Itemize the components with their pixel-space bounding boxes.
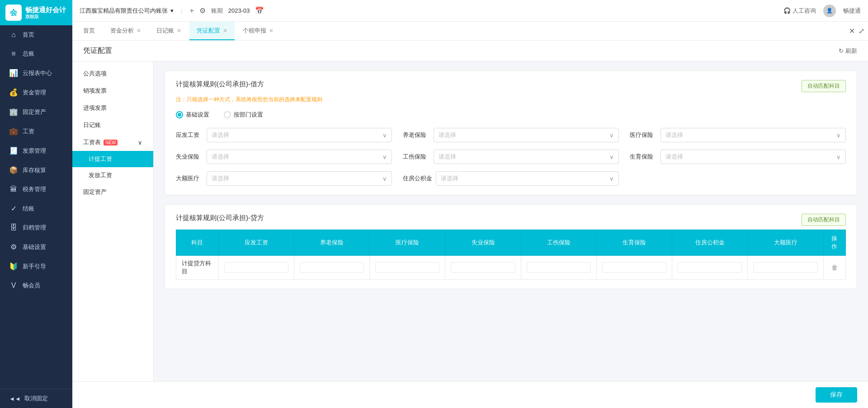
sidebar-item-guide[interactable]: 🔰 新手引导 [0,257,72,276]
sidebar-item-salary[interactable]: 💼 工资 [0,122,72,141]
label-injury: 工伤保险 [403,153,430,161]
credit-section: 计提核算规则(公司承担)-贷方 自动匹配科目 科目 应发工资 养老保险 医疗保险… [165,204,857,289]
field-unemployment: 失业保险 请选择 ∨ [176,150,392,164]
tab-bar: 首页 资金分析 ✕ 日记账 ✕ 凭证配置 ✕ 个税申报 ✕ ✕ ⤢ [72,22,868,41]
subnav-fixed-assets[interactable]: 固定资产 [72,183,153,201]
save-button[interactable]: 保存 [816,387,857,403]
tab-tax-report[interactable]: 个税申报 ✕ [236,22,281,40]
period-value: 2023-03 [228,7,250,14]
guide-icon: 🔰 [9,262,18,271]
select-maternity[interactable]: 请选择 ∨ [660,150,846,164]
delete-row-button[interactable]: 🗑 [831,264,838,271]
th-housing: 住房公积金 [672,230,748,256]
credit-housing-input[interactable] [678,262,742,273]
select-housing-fund[interactable]: 请选择 ∨ [436,171,619,186]
subnav-public[interactable]: 公共选项 [72,65,153,82]
th-subject: 科目 [176,230,219,256]
tab-fund[interactable]: 资金分析 ✕ [103,22,148,40]
select-large-medical[interactable]: 请选择 ∨ [207,171,392,186]
credit-large-medical-input[interactable] [753,262,817,273]
subnav-salary-pay[interactable]: 发放工资 [72,167,153,183]
select-unemployment[interactable]: 请选择 ∨ [207,150,392,164]
radio-group: 基础设置 按部门设置 [176,111,846,119]
select-salary[interactable]: 请选择 ∨ [207,128,392,142]
chevron-down-icon: ∨ [609,175,614,182]
tab-journal[interactable]: 日记账 ✕ [149,22,189,40]
table-row: 计提贷方科目 🗑 [176,256,846,280]
sidebar-item-ledger[interactable]: ≡ 总账 [0,44,72,63]
credit-section-header: 计提核算规则(公司承担)-贷方 自动匹配科目 [176,214,846,226]
td-large-medical-input [748,256,823,280]
page-title: 凭证配置 [83,46,112,56]
sidebar-item-archive[interactable]: 🗄 归档管理 [0,218,72,237]
subnav-journal[interactable]: 日记账 [72,117,153,134]
radio-basic[interactable]: 基础设置 [176,111,209,119]
logo-icon: 会 [5,5,22,21]
chevron-down-icon: ∨ [382,154,387,160]
credit-unemployment-input[interactable] [451,262,515,273]
subnav-salary-table-group[interactable]: 工资表 NEW ∨ [72,134,153,151]
subnav-salary-accrual[interactable]: 计提工资 [72,151,153,167]
sidebar-item-assets[interactable]: 🏢 固定资产 [0,102,72,122]
add-company-icon[interactable]: + [189,7,193,15]
tab-journal-label: 日记账 [156,27,174,35]
sidebar-item-invoice[interactable]: 🧾 发票管理 [0,141,72,160]
sidebar-item-inventory[interactable]: 📦 库存核算 [0,160,72,180]
tab-voucher-config[interactable]: 凭证配置 ✕ [189,22,235,40]
td-subject-label: 计提贷方科目 [176,256,219,280]
tab-tax-report-close[interactable]: ✕ [269,28,274,34]
radio-basic-circle [176,111,183,118]
debit-auto-match-button[interactable]: 自动匹配科目 [802,80,846,92]
company-selector[interactable]: 江西服宝精品有限责任公司内账张 ▾ [80,7,174,15]
credit-salary-input[interactable] [224,262,288,273]
credit-medical-input[interactable] [375,262,439,273]
field-maternity: 生育保险 请选择 ∨ [630,150,846,164]
sidebar-item-funds[interactable]: 💰 资金管理 [0,83,72,102]
app-logo: 会 畅捷通好会计 旗舰版 [0,0,72,25]
credit-injury-input[interactable] [527,262,591,273]
subnav-sales[interactable]: 销项发票 [72,82,153,99]
select-medical[interactable]: 请选择 ∨ [660,128,846,142]
salary-icon: 💼 [9,127,18,136]
credit-pension-input[interactable] [300,262,364,273]
main-area: 江西服宝精品有限责任公司内账张 ▾ | + ⚙ 账期 2023-03 📅 🎧 人… [72,0,868,408]
chevron-down-icon: ∨ [836,154,841,160]
tax-icon: 🏛 [9,185,18,193]
content-header: 凭证配置 ↻ 刷新 [72,41,868,61]
tab-journal-close[interactable]: ✕ [177,28,181,34]
credit-auto-match-button[interactable]: 自动匹配科目 [802,214,846,226]
sidebar-item-home[interactable]: ⌂ 首页 [0,25,72,44]
select-injury[interactable]: 请选择 ∨ [434,150,619,164]
tab-expand-icon[interactable]: ⤢ [859,27,864,35]
unpin-icon: ◄◄ [9,395,21,402]
refresh-button[interactable]: ↻ 刷新 [839,47,857,55]
human-service-button[interactable]: 🎧 人工咨询 [783,7,816,15]
sidebar-item-reports[interactable]: 📊 云报表中心 [0,63,72,83]
subnav-purchase[interactable]: 进项发票 [72,99,153,117]
assets-icon: 🏢 [9,108,18,116]
unpin-button[interactable]: ◄◄ 取消固定 [0,389,72,408]
sidebar-item-close[interactable]: ✓ 结账 [0,199,72,218]
sidebar-item-vip[interactable]: V 畅会员 [0,276,72,295]
td-salary-input [218,256,294,280]
select-pension[interactable]: 请选择 ∨ [434,128,619,142]
credit-maternity-input[interactable] [602,262,666,273]
chevron-down-icon: ∨ [382,132,387,139]
label-large-medical: 大额医疗 [176,174,203,183]
radio-dept[interactable]: 按部门设置 [224,111,263,119]
debit-form-grid: 应发工资 请选择 ∨ 养老保险 请选择 ∨ [176,128,846,186]
sidebar-item-settings[interactable]: ⚙ 基础设置 [0,237,72,257]
content: 凭证配置 ↻ 刷新 公共选项 销项发票 进项发票 日记账 [72,41,868,408]
tab-home[interactable]: 首页 [76,22,102,40]
inventory-icon: 📦 [9,166,18,174]
calendar-icon[interactable]: 📅 [255,6,264,15]
settings-icon[interactable]: ⚙ [199,6,206,15]
field-salary: 应发工资 请选择 ∨ [176,128,392,142]
radio-dept-circle [224,111,231,118]
tab-fund-close[interactable]: ✕ [137,28,141,34]
sidebar-nav: ⌂ 首页 ≡ 总账 📊 云报表中心 💰 资金管理 🏢 固定资产 💼 工资 🧾 发… [0,25,72,389]
sidebar-item-tax[interactable]: 🏛 税务管理 [0,180,72,199]
tab-voucher-config-close[interactable]: ✕ [223,28,227,34]
tab-close-all-icon[interactable]: ✕ [849,27,855,35]
td-maternity-input [596,256,672,280]
